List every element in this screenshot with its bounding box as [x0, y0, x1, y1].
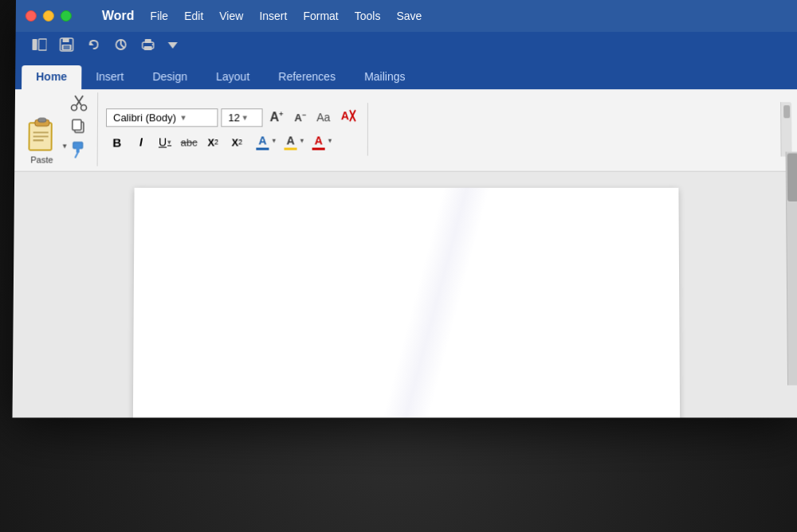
- menu-save[interactable]: Save: [388, 6, 430, 25]
- highlight-color-bar: [284, 147, 296, 150]
- clear-color-dropdown[interactable]: ▾: [328, 136, 332, 144]
- svg-point-25: [81, 105, 87, 111]
- clear-color-bar: [312, 147, 325, 150]
- paste-dropdown-arrow[interactable]: ▾: [63, 141, 67, 150]
- shrink-font-button[interactable]: A−: [290, 109, 310, 125]
- font-color-dropdown[interactable]: ▾: [272, 136, 276, 144]
- strikethrough-button[interactable]: abc: [178, 131, 200, 152]
- copy-icon[interactable]: [71, 118, 87, 137]
- ribbon-scroll-area: [780, 102, 792, 156]
- svg-line-9: [121, 45, 124, 48]
- font-color-bar: [256, 147, 269, 150]
- tab-references[interactable]: References: [264, 65, 350, 89]
- font-row-1: Calibri (Body) 12 A+ A− Aa A: [106, 106, 359, 128]
- menu-word[interactable]: Word: [94, 6, 143, 26]
- svg-rect-11: [145, 39, 151, 43]
- underline-button[interactable]: U ▾: [154, 131, 176, 152]
- word-window: Word File Edit View Insert Format Tools …: [13, 0, 797, 417]
- undo-icon[interactable]: [82, 35, 104, 57]
- sidebar-toggle-icon[interactable]: [28, 36, 50, 57]
- subscript-button[interactable]: X2: [202, 131, 224, 152]
- svg-marker-14: [168, 42, 178, 49]
- menu-edit[interactable]: Edit: [176, 6, 211, 25]
- ribbon-content: Paste ▾: [14, 89, 797, 172]
- svg-rect-1: [38, 39, 46, 50]
- cut-icon[interactable]: [70, 94, 88, 115]
- quick-access-toolbar: [15, 32, 797, 61]
- format-painter-icon[interactable]: [71, 140, 87, 161]
- save-icon[interactable]: [55, 35, 77, 57]
- paste-main: Paste: [24, 115, 60, 164]
- maximize-button[interactable]: [61, 10, 72, 22]
- redo-icon[interactable]: [110, 35, 132, 57]
- title-bar: Word File Edit View Insert Format Tools …: [16, 0, 797, 32]
- paste-group: Paste ▾: [21, 92, 98, 166]
- grow-font-button[interactable]: A+: [266, 108, 288, 126]
- svg-text:A: A: [340, 109, 348, 122]
- svg-point-24: [71, 105, 77, 111]
- clipboard-sub-icons: [70, 94, 88, 161]
- menu-bar: Word File Edit View Insert Format Tools …: [94, 6, 430, 26]
- svg-rect-3: [63, 38, 69, 42]
- svg-rect-27: [73, 119, 81, 130]
- minimize-button[interactable]: [43, 10, 54, 22]
- bold-button[interactable]: B: [106, 131, 128, 152]
- menu-format[interactable]: Format: [295, 6, 346, 25]
- superscript-button[interactable]: X2: [226, 131, 248, 152]
- highlight-dropdown[interactable]: ▾: [300, 136, 304, 144]
- tab-home[interactable]: Home: [22, 65, 81, 89]
- ribbon-scrollbar[interactable]: [780, 102, 792, 156]
- font-size-selector[interactable]: 12: [221, 108, 262, 127]
- tab-mailings[interactable]: Mailings: [350, 65, 420, 89]
- font-row-2: B I U ▾ abc X2 X2: [106, 131, 359, 152]
- document-area: [13, 172, 797, 418]
- svg-line-30: [76, 153, 78, 158]
- paste-label: Paste: [30, 155, 53, 165]
- menu-insert[interactable]: Insert: [251, 6, 295, 25]
- ribbon-scroll-thumb: [783, 105, 790, 118]
- font-family-selector[interactable]: Calibri (Body): [106, 108, 218, 127]
- tab-design[interactable]: Design: [138, 65, 202, 89]
- document-page[interactable]: [133, 188, 681, 418]
- change-case-icon[interactable]: Aa: [313, 109, 333, 125]
- svg-rect-18: [38, 118, 46, 122]
- font-group: Calibri (Body) 12 A+ A− Aa A: [98, 103, 368, 155]
- print-icon[interactable]: [137, 35, 159, 57]
- svg-rect-5: [64, 45, 70, 49]
- underline-dropdown[interactable]: ▾: [167, 138, 171, 146]
- menu-tools[interactable]: Tools: [347, 6, 389, 25]
- close-button[interactable]: [26, 10, 37, 22]
- menu-file[interactable]: File: [142, 6, 176, 25]
- svg-rect-12: [144, 46, 152, 50]
- more-dropdown-icon[interactable]: [164, 37, 182, 56]
- italic-button[interactable]: I: [130, 131, 152, 152]
- clear-formatting-icon[interactable]: A: [336, 106, 359, 128]
- svg-rect-28: [73, 142, 83, 148]
- svg-rect-0: [32, 39, 37, 50]
- menu-view[interactable]: View: [211, 6, 251, 25]
- tab-insert[interactable]: Insert: [81, 65, 138, 89]
- tab-layout[interactable]: Layout: [202, 65, 264, 89]
- scrollbar-thumb[interactable]: [787, 154, 797, 201]
- ribbon-tabs: Home Insert Design Layout References Mai…: [15, 61, 797, 89]
- svg-rect-13: [152, 44, 154, 45]
- document-scrollbar[interactable]: [786, 152, 797, 385]
- traffic-lights: [26, 10, 72, 22]
- paste-icon-large[interactable]: [24, 115, 60, 153]
